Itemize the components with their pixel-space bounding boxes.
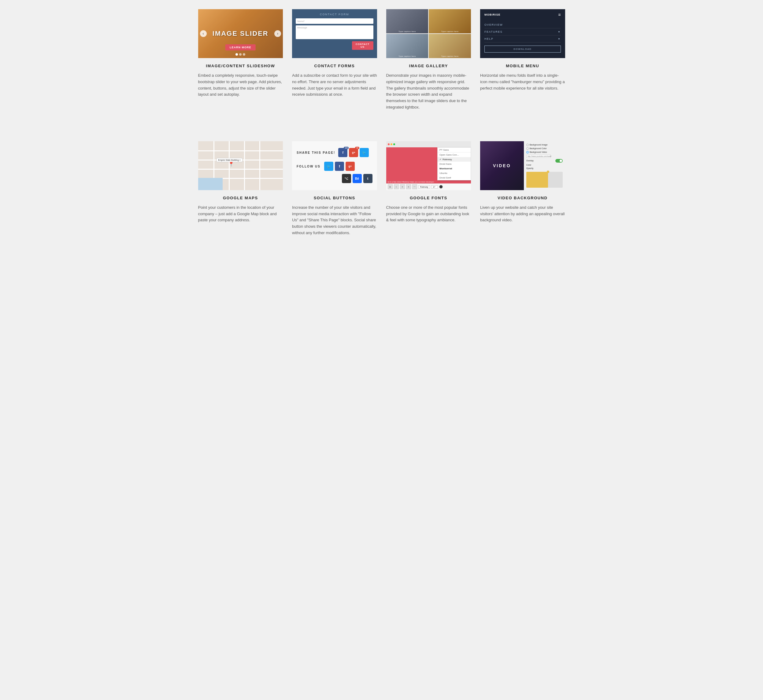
mobile-menu-bg: MOBIRISE ≡ OVERVIEW FEATURES ▼ HELP ▼ DO… (480, 9, 565, 58)
slider-card-desc: Embed a completely responsive, touch-swi… (198, 72, 283, 98)
slider-prev-arrow[interactable]: ‹ (200, 30, 207, 37)
font-montserrat[interactable]: Montserrat (438, 166, 471, 171)
align-left-icon[interactable]: ≡ (400, 184, 405, 189)
format-italic-icon[interactable]: I (394, 184, 399, 189)
gallery-caption-1: Type caption here (386, 31, 428, 33)
maps-card-title: GOOGLE MAPS (198, 195, 283, 200)
mm-header-row: MOBIRISE ≡ (484, 12, 561, 17)
follow-tumblr-btn[interactable]: t (363, 174, 373, 183)
cf-name-placeholder: Name* (297, 20, 305, 23)
follow-facebook-btn[interactable]: f (335, 162, 344, 171)
maps-preview: 📍 Empire State Building × (198, 141, 283, 190)
social-card-desc: Increase the number of your site visitor… (292, 205, 377, 236)
gallery-caption-2: Type caption here (429, 31, 471, 33)
bg-video-label: Background Video (530, 151, 547, 153)
card-google-fonts: PT Sans Open Sans Con... ✓ Raleway Droid… (386, 141, 471, 236)
slider-next-arrow[interactable]: › (274, 30, 281, 37)
card-image-gallery: Type caption here Type caption here Type… (386, 9, 471, 111)
mm-logo-text: MOBIRISE (484, 13, 501, 16)
slider-learn-more[interactable]: LEARN MORE (226, 44, 255, 50)
cf-message-input[interactable]: Message (296, 25, 373, 39)
map-tooltip[interactable]: Empire State Building × (216, 158, 243, 162)
youtube-url-input[interactable]: http://www.youtube.com/watd (526, 155, 551, 158)
gallery-cell-3[interactable]: Type caption here (386, 34, 428, 58)
gallery-caption-4: Type caption here (429, 55, 471, 57)
gallery-cell-4[interactable]: Type caption here (429, 34, 471, 58)
mm-nav-features[interactable]: FEATURES ▼ (484, 28, 561, 36)
align-center-icon[interactable]: ≡ (406, 184, 411, 189)
opacity-slider-track[interactable] (526, 172, 563, 188)
font-pt-sans[interactable]: PT Sans (438, 148, 471, 153)
font-color-picker[interactable] (439, 185, 443, 189)
gallery-cell-1[interactable]: Type caption here (386, 9, 428, 33)
follow-icons-top: 🐦 f g+ (324, 162, 355, 171)
vr-color-row: Color (526, 164, 563, 166)
card-contact-forms: CONTACT FORM Name* Message CONTACT US CO… (292, 9, 377, 111)
row-separator (198, 120, 565, 132)
contact-forms-card-desc: Add a subscribe or contact form to your … (292, 72, 377, 98)
maps-card-desc: Point your customers in the location of … (198, 205, 283, 223)
follow-github-btn[interactable]: ⌥ (342, 174, 351, 183)
overlay-toggle[interactable] (555, 159, 563, 162)
share-icons: f 192 g+ 47 🐦 (338, 148, 369, 157)
color-label: Color (526, 164, 531, 166)
follow-row: FOLLOW US 🐦 f g+ (297, 162, 373, 171)
mobile-menu-card-title: MOBILE MENU (480, 64, 565, 68)
features-chevron-icon: ▼ (558, 31, 561, 33)
mm-nav-help[interactable]: HELP ▼ (484, 36, 561, 42)
font-droid-serif[interactable]: Droid Serif (438, 175, 471, 180)
slider-dot-1[interactable] (235, 53, 238, 56)
radio-bg-video[interactable] (526, 151, 529, 153)
follow-googleplus-btn[interactable]: g+ (346, 162, 355, 171)
gallery-preview: Type caption here Type caption here Type… (386, 9, 471, 58)
card-google-maps: 📍 Empire State Building × GOOGLE MAPS Po… (198, 141, 283, 236)
share-facebook-btn[interactable]: f 192 (338, 148, 348, 157)
map-tooltip-text: Empire State Building × (218, 159, 241, 161)
mobile-menu-card-desc: Horizontal site menu folds itself into a… (480, 72, 565, 91)
video-bg: VIDEO Background Image Background Color (480, 141, 565, 190)
vr-opacity-row: Opacity (526, 167, 563, 169)
radio-bg-image[interactable] (526, 144, 529, 146)
font-ubuntu[interactable]: Ubuntu (438, 171, 471, 175)
font-droid-sans[interactable]: Droid Sans (438, 162, 471, 166)
twitter-text: 🐦 (362, 151, 367, 155)
follow-label: FOLLOW US (297, 165, 321, 168)
opacity-slider-thumb[interactable] (547, 170, 549, 173)
share-twitter-btn[interactable]: 🐦 (360, 148, 369, 157)
opacity-slider-fill (526, 172, 548, 188)
mm-nav-overview[interactable]: OVERVIEW (484, 21, 561, 28)
font-raleway[interactable]: ✓ Raleway (438, 157, 471, 162)
follow-twitter-btn[interactable]: 🐦 (324, 162, 333, 171)
opacity-label: Opacity (526, 167, 534, 169)
share-googleplus-btn[interactable]: g+ 47 (349, 148, 358, 157)
window-maximize-dot (393, 143, 395, 145)
font-size-input[interactable]: 17 (431, 185, 438, 189)
follow-gp-icon: g+ (349, 165, 352, 168)
cf-submit-button[interactable]: CONTACT US (352, 41, 373, 50)
facebook-share-count: 192 (344, 147, 349, 149)
bg-image-label: Background Image (530, 144, 548, 146)
more-options-icon[interactable]: ⋯ (412, 184, 417, 189)
mm-download-btn[interactable]: DOWNLOAD (484, 45, 561, 53)
behance-icon: Bē (355, 177, 359, 180)
follow-behance-btn[interactable]: Bē (353, 174, 362, 183)
follow-twitter-icon: 🐦 (327, 164, 331, 169)
video-panel: Background Image Background Color Backgr… (524, 141, 565, 190)
slider-dot-2[interactable] (239, 53, 241, 56)
radio-bg-color[interactable] (526, 147, 529, 150)
font-open-sans[interactable]: Open Sans Con... (438, 153, 471, 157)
tumblr-icon: t (367, 177, 368, 180)
fonts-dropdown-menu[interactable]: PT Sans Open Sans Con... ✓ Raleway Droid… (437, 147, 471, 180)
cf-name-input[interactable]: Name* (296, 18, 373, 24)
map-water (198, 178, 222, 190)
github-icon: ⌥ (344, 177, 348, 181)
current-font-select[interactable]: Raleway (418, 185, 430, 189)
format-bold-icon[interactable]: B (388, 184, 393, 189)
window-minimize-dot (390, 143, 392, 145)
video-card-title: VIDEO BACKGROUND (480, 195, 565, 200)
fonts-toolbar-bottom: B I ≡ ≡ ⋯ Raleway 17 (386, 183, 471, 190)
slider-dot-3[interactable] (243, 53, 245, 56)
hamburger-icon[interactable]: ≡ (558, 12, 561, 17)
fonts-bg: PT Sans Open Sans Con... ✓ Raleway Droid… (386, 141, 471, 190)
gallery-cell-2[interactable]: Type caption here (429, 9, 471, 33)
